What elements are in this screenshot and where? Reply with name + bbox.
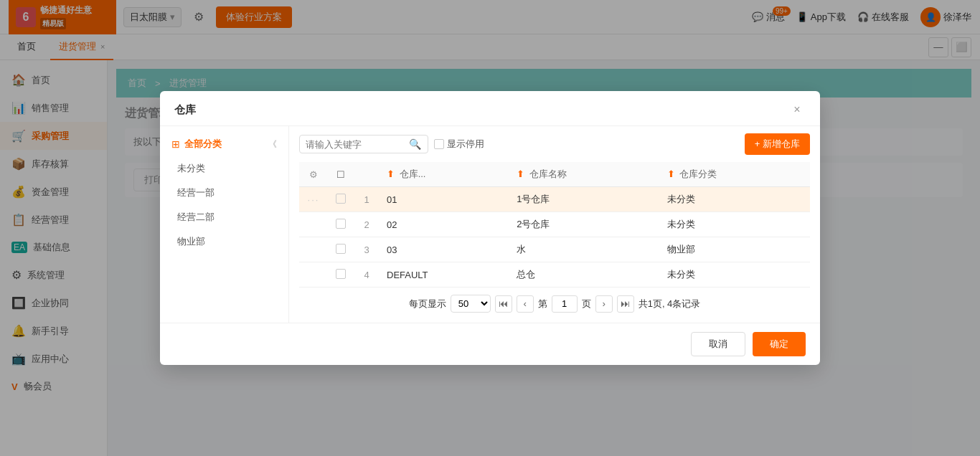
prev-page-btn[interactable]: ‹: [517, 295, 534, 313]
row-code-3: 03: [380, 237, 509, 262]
row-cat-4: 未分类: [660, 262, 810, 288]
row-num-1: 1: [354, 187, 380, 212]
row-checkbox-col: [328, 237, 354, 262]
collapse-icon[interactable]: 《: [268, 138, 277, 151]
row-name-1: 1号仓库: [509, 187, 659, 212]
warehouse-dialog: 仓库 × ⊞ 全部分类 《 未分类 经营一部 经营二部: [160, 91, 820, 365]
row-code-4: DEFAULT: [380, 262, 509, 288]
col-num: [354, 162, 380, 187]
category-panel: ⊞ 全部分类 《 未分类 经营一部 经营二部 物业部: [160, 126, 289, 323]
table-toolbar: 🔍 显示停用 + 新增仓库: [299, 133, 810, 155]
row-checkbox-col: [328, 212, 354, 237]
category-item-ops1[interactable]: 经营一部: [160, 181, 288, 205]
table-row[interactable]: 2 02 2号仓库 未分类: [299, 212, 810, 237]
page-number-input[interactable]: [552, 295, 578, 313]
row-code-1: 01: [380, 187, 509, 212]
modal-overlay: 仓库 × ⊞ 全部分类 《 未分类 经营一部 经营二部: [0, 0, 980, 456]
category-item-unclassified[interactable]: 未分类: [160, 156, 288, 181]
page-word: 第: [538, 298, 547, 310]
row-name-4: 总仓: [509, 262, 659, 288]
row-action-col: [299, 262, 328, 288]
show-disabled-wrap: 显示停用: [434, 138, 484, 151]
dialog-title: 仓库: [174, 103, 196, 117]
add-warehouse-btn[interactable]: + 新增仓库: [745, 133, 810, 155]
table-row[interactable]: 3 03 水 物业部: [299, 237, 810, 262]
category-all-header[interactable]: ⊞ 全部分类 《: [160, 132, 288, 156]
row-checkbox-1[interactable]: [336, 194, 346, 204]
row-checkbox-col: [328, 262, 354, 288]
row-num-2: 2: [354, 212, 380, 237]
warehouse-table: ⚙ ☐ ⬆ 仓库... ⬆ 仓库名称: [299, 162, 810, 288]
sort-icon-code: ⬆: [387, 168, 395, 179]
dialog-footer: 取消 确定: [160, 323, 820, 365]
category-grid-icon: ⊞: [171, 138, 180, 150]
show-disabled-label: 显示停用: [447, 138, 484, 151]
row-name-3: 水: [509, 237, 659, 262]
dialog-header: 仓库 ×: [160, 91, 820, 126]
last-page-btn[interactable]: ⏭: [617, 295, 634, 313]
per-page-select[interactable]: 50 10 20 100: [451, 295, 491, 313]
col-category: ⬆ 仓库分类: [660, 162, 810, 187]
confirm-button[interactable]: 确定: [753, 332, 806, 356]
table-row[interactable]: 4 DEFAULT 总仓 未分类: [299, 262, 810, 288]
row-name-2: 2号仓库: [509, 212, 659, 237]
search-wrap: 🔍: [299, 135, 428, 153]
first-page-btn[interactable]: ⏮: [495, 295, 512, 313]
search-input[interactable]: [306, 139, 406, 150]
col-checkbox: ☐: [328, 162, 354, 187]
table-panel: 🔍 显示停用 + 新增仓库 ⚙ ☐: [289, 126, 820, 323]
page-unit: 页: [582, 298, 591, 310]
sort-icon-name: ⬆: [517, 168, 524, 179]
category-all-label: 全部分类: [184, 138, 222, 151]
category-item-ops2[interactable]: 经营二部: [160, 205, 288, 229]
row-code-2: 02: [380, 212, 509, 237]
row-cat-3: 物业部: [660, 237, 810, 262]
per-page-label: 每页显示: [409, 298, 446, 310]
table-row[interactable]: ··· 1 01 1号仓库 未分类: [299, 187, 810, 212]
row-cat-1: 未分类: [660, 187, 810, 212]
sort-icon-cat: ⬆: [667, 168, 675, 179]
row-cat-2: 未分类: [660, 212, 810, 237]
col-code: ⬆ 仓库...: [380, 162, 509, 187]
row-action-col: ···: [299, 187, 328, 212]
total-info: 共1页, 4条记录: [639, 298, 701, 310]
row-checkbox-3[interactable]: [336, 244, 346, 254]
row-num-4: 4: [354, 262, 380, 288]
show-disabled-checkbox[interactable]: [434, 139, 444, 149]
col-settings: ⚙: [299, 162, 328, 187]
table-header-row: ⚙ ☐ ⬆ 仓库... ⬆ 仓库名称: [299, 162, 810, 187]
row-action-col: [299, 212, 328, 237]
dialog-body: ⊞ 全部分类 《 未分类 经营一部 经营二部 物业部: [160, 126, 820, 323]
search-icon[interactable]: 🔍: [409, 138, 421, 150]
row-action-col: [299, 237, 328, 262]
pagination-bar: 每页显示 50 10 20 100 ⏮ ‹ 第 页 › ⏭ 共1页, 4条记录: [299, 288, 810, 315]
row-checkbox-4[interactable]: [336, 269, 346, 279]
next-page-btn[interactable]: ›: [595, 295, 613, 313]
row-checkbox-col: [328, 187, 354, 212]
row-num-3: 3: [354, 237, 380, 262]
cancel-button[interactable]: 取消: [691, 332, 745, 356]
col-name: ⬆ 仓库名称: [509, 162, 659, 187]
dialog-close-btn[interactable]: ×: [788, 101, 806, 118]
category-item-property[interactable]: 物业部: [160, 229, 288, 254]
row-checkbox-2[interactable]: [336, 219, 346, 229]
